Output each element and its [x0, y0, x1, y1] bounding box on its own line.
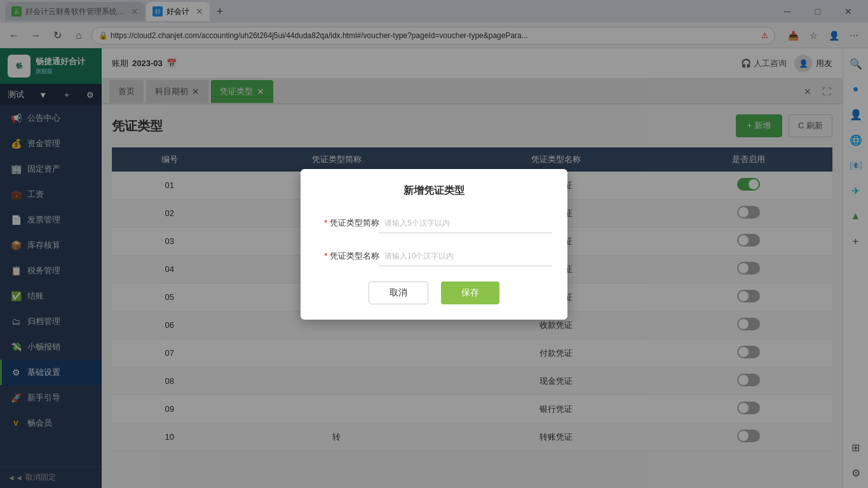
cancel-button[interactable]: 取消: [369, 281, 428, 304]
abbr-form-row: 凭证类型简称: [316, 213, 552, 233]
abbr-input[interactable]: [379, 213, 552, 233]
name-form-row: 凭证类型名称: [316, 246, 552, 266]
add-voucher-type-modal: 新增凭证类型 凭证类型简称 凭证类型名称 取消 保存: [301, 169, 567, 320]
abbr-label: 凭证类型简称: [316, 217, 379, 229]
name-input[interactable]: [379, 246, 552, 266]
save-button[interactable]: 保存: [441, 281, 499, 304]
modal-title: 新增凭证类型: [316, 184, 552, 198]
modal-overlay: 新增凭证类型 凭证类型简称 凭证类型名称 取消 保存: [0, 0, 868, 488]
modal-footer: 取消 保存: [316, 281, 552, 304]
name-label: 凭证类型名称: [316, 250, 379, 262]
